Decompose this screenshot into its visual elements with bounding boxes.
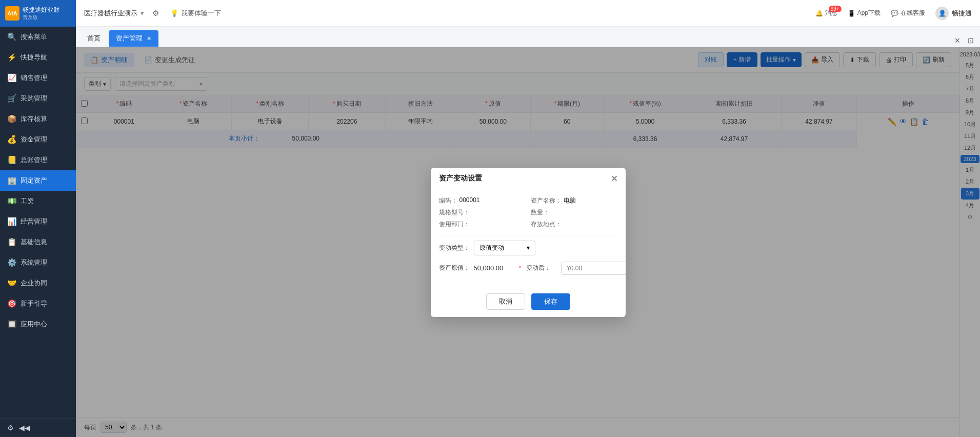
logo-abbr-text: AtA xyxy=(7,10,17,16)
location-label: 存放地点： xyxy=(531,220,562,229)
sidebar-item-sales[interactable]: 📈 销售管理 xyxy=(0,68,76,88)
change-type-select[interactable]: 原值变动 ▾ xyxy=(474,241,535,255)
sidebar-item-label: 固定资产 xyxy=(21,176,47,185)
company-name: 医疗器械行业演示 xyxy=(84,9,137,18)
tabbar: 首页 资产管理 ✕ ✕ ⊡ xyxy=(76,27,980,47)
sidebar-logo: AtA 畅捷通好业财 普及版 xyxy=(0,0,76,27)
quicknav-icon: ⚡ xyxy=(7,53,16,62)
collapse-button[interactable]: ◀◀ xyxy=(19,424,30,432)
asset-name-label: 资产名称： xyxy=(531,196,562,205)
app-download-button[interactable]: 📱 App下载 xyxy=(848,9,881,17)
info-asset-name: 资产名称： 电脑 xyxy=(531,196,617,205)
service-label: 在线客服 xyxy=(901,9,925,17)
dialog-info-grid: 编码： 000001 资产名称： 电脑 规格型号： 数量： xyxy=(439,196,617,229)
chevron-down-icon: ▾ xyxy=(527,244,530,251)
change-type-label: 变动类型： xyxy=(439,244,470,252)
sidebar-item-fixed-assets[interactable]: 🏢 固定资产 xyxy=(0,170,76,191)
dept-label: 使用部门： xyxy=(439,220,470,229)
sidebar-item-label: 基础信息 xyxy=(21,237,47,247)
sidebar-item-label: 采购管理 xyxy=(21,94,47,103)
asset-value-display: 50,000.00 xyxy=(474,264,515,272)
sidebar-footer: ⚙ ◀◀ xyxy=(0,418,76,437)
cancel-button[interactable]: 取消 xyxy=(486,293,525,310)
qty-label: 数量： xyxy=(531,208,549,217)
sidebar-item-label: 工资 xyxy=(21,196,34,206)
basic-info-icon: 📋 xyxy=(7,237,16,247)
sidebar-item-appstore[interactable]: 🔲 应用中心 xyxy=(0,314,76,334)
sidebar-item-payroll[interactable]: 💵 工资 xyxy=(0,191,76,211)
ledger-icon: 📒 xyxy=(7,155,16,165)
sidebar-item-finance[interactable]: 💰 资金管理 xyxy=(0,129,76,150)
sidebar-item-label: 销售管理 xyxy=(21,73,47,83)
sidebar-item-inventory[interactable]: 📦 库存核算 xyxy=(0,109,76,129)
after-value-input[interactable] xyxy=(561,262,625,275)
logo-icon: AtA xyxy=(5,6,19,21)
tip-area: 💡 我要体验一下 xyxy=(170,9,221,18)
sidebar-item-operations[interactable]: 📊 经营管理 xyxy=(0,211,76,232)
sidebar-item-purchase[interactable]: 🛒 采购管理 xyxy=(0,88,76,109)
sidebar-item-search[interactable]: 🔍 搜索菜单 xyxy=(0,27,76,47)
topbar: 医疗器械行业演示 ▾ ⚙ 💡 我要体验一下 🔔 消息 99+ 📱 App下载 💬… xyxy=(76,0,980,27)
sidebar-item-label: 应用中心 xyxy=(21,320,47,329)
tip-text: 我要体验一下 xyxy=(181,9,221,18)
logo-text: 畅捷通好业财 普及版 xyxy=(23,6,59,21)
online-service-button[interactable]: 💬 在线客服 xyxy=(891,9,925,17)
content-area: 📋 资产明细 📄 变更生成凭证 对账 + 新增 批量操作 xyxy=(76,47,980,437)
sidebar-item-basic-info[interactable]: 📋 基础信息 xyxy=(0,232,76,252)
tab-home[interactable]: 首页 xyxy=(80,30,108,47)
download-icon: 📱 xyxy=(848,10,855,17)
sidebar-item-ledger[interactable]: 📒 总账管理 xyxy=(0,150,76,170)
operations-icon: 📊 xyxy=(7,217,16,226)
app-edition: 普及版 xyxy=(23,14,59,21)
tab-maximize-icon[interactable]: ⊡ xyxy=(966,34,976,47)
sidebar: AtA 畅捷通好业财 普及版 🔍 搜索菜单 ⚡ 快捷导航 📈 销售管理 🛒 采购… xyxy=(0,0,76,437)
code-value: 000001 xyxy=(459,196,480,205)
appstore-icon: 🔲 xyxy=(7,320,16,329)
company-selector[interactable]: 医疗器械行业演示 ▾ xyxy=(84,9,144,18)
tab-close-window-icon[interactable]: ✕ xyxy=(952,34,963,47)
sidebar-item-label: 搜索菜单 xyxy=(21,32,47,42)
asset-value-field: 资产原值： 50,000.00 * 变动后： xyxy=(439,262,617,275)
app-download-label: App下载 xyxy=(857,9,881,17)
dialog-close-button[interactable]: ✕ xyxy=(611,174,617,184)
sidebar-item-system[interactable]: ⚙️ 系统管理 xyxy=(0,252,76,273)
sidebar-item-label: 经营管理 xyxy=(21,217,47,226)
dialog-divider xyxy=(439,235,617,235)
sidebar-item-label: 总账管理 xyxy=(21,155,47,165)
info-qty: 数量： xyxy=(531,208,617,217)
tabbar-right: ✕ ⊡ xyxy=(952,34,976,47)
save-button[interactable]: 保存 xyxy=(531,293,570,310)
settings-button[interactable]: ⚙ xyxy=(7,424,14,432)
sidebar-item-guide[interactable]: 🎯 新手引导 xyxy=(0,293,76,314)
avatar: 👤 xyxy=(935,7,949,20)
tab-assets[interactable]: 资产管理 ✕ xyxy=(109,30,158,47)
tab-close-icon[interactable]: ✕ xyxy=(147,35,151,42)
settings-icon[interactable]: ⚙ xyxy=(152,9,159,18)
change-type-field: 变动类型： 原值变动 ▾ xyxy=(439,241,617,255)
guide-icon: 🎯 xyxy=(7,299,16,308)
message-button[interactable]: 🔔 消息 99+ xyxy=(815,9,837,17)
spec-label: 规格型号： xyxy=(439,208,470,217)
sidebar-item-label: 库存核算 xyxy=(21,114,47,124)
finance-icon: 💰 xyxy=(7,135,16,144)
sidebar-item-label: 资金管理 xyxy=(21,135,47,144)
asset-value-label: 资产原值： xyxy=(439,264,470,272)
sidebar-item-quicknav[interactable]: ⚡ 快捷导航 xyxy=(0,47,76,68)
system-icon: ⚙️ xyxy=(7,258,16,267)
message-icon: 🔔 xyxy=(815,10,823,17)
fixed-assets-icon: 🏢 xyxy=(7,176,16,185)
user-menu[interactable]: 👤 畅捷通 xyxy=(935,7,972,20)
search-icon: 🔍 xyxy=(7,32,16,42)
sidebar-item-label: 快捷导航 xyxy=(21,53,47,62)
sales-icon: 📈 xyxy=(7,73,16,83)
sidebar-item-label: 企业协同 xyxy=(21,279,47,288)
info-dept: 使用部门： xyxy=(439,220,526,229)
purchase-icon: 🛒 xyxy=(7,94,16,103)
dialog-body: 编码： 000001 资产名称： 电脑 规格型号： 数量： xyxy=(431,189,626,288)
sidebar-item-label: 新手引导 xyxy=(21,299,47,308)
sidebar-item-collab[interactable]: 🤝 企业协同 xyxy=(0,273,76,293)
info-spec: 规格型号： xyxy=(439,208,526,217)
chevron-down-icon: ▾ xyxy=(141,9,144,17)
service-icon: 💬 xyxy=(891,10,898,17)
sidebar-item-label: 系统管理 xyxy=(21,258,47,267)
